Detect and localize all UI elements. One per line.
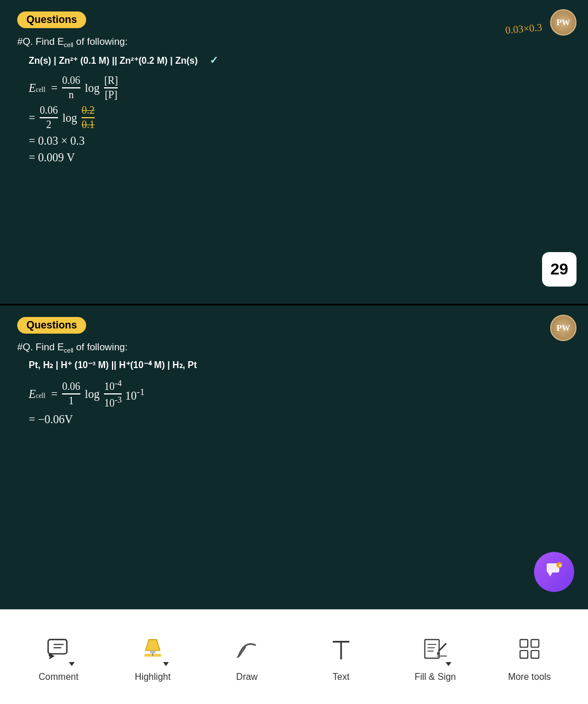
more-tools-tool[interactable]: More tools [482,632,577,682]
text-icon [327,635,355,663]
svg-rect-4 [48,640,67,654]
more-tools-icon-wrap [512,632,547,666]
math-line-1: E cell = 0.06 n log [R] [P] [29,75,571,101]
fill-sign-icon-wrap [418,632,452,666]
draw-label: Draw [236,672,257,682]
chat-fab-icon: ★ [544,560,564,584]
text-icon-wrap [324,632,358,666]
equation-2: Pt, H₂ | H⁺ (10⁻³ M) || H⁺(10⁻⁴ M) | H₂,… [29,359,571,370]
draw-tool[interactable]: Draw [200,632,294,682]
pw-logo-1: PW [550,9,577,36]
fill-sign-label: Fill & Sign [415,672,456,682]
questions-badge-2: Questions [17,317,86,334]
highlight-arrow [163,662,169,666]
fill-sign-tool[interactable]: Fill & Sign [388,632,482,682]
svg-rect-21 [520,651,528,658]
panel-2: Questions #Q. Find Ecell of following: P… [0,305,588,609]
math-content-1: E cell = 0.06 n log [R] [P] = 0.06 2 [29,75,571,164]
slide-number: 29 [542,252,577,287]
comment-icon-wrap [41,632,76,666]
bottom-toolbar: Comment Highlight [0,609,588,704]
text-label: Text [332,672,349,682]
comment-arrow [69,662,75,666]
math-content-2: E cell = 0.06 1 log 10-4 10-3 10-1 = −0.… [29,378,571,426]
equation-1: Zn(s) | Zn²⁺ (0.1 M) || Zn²⁺(0.2 M) | Zn… [29,54,571,67]
highlight-tool[interactable]: Highlight [106,632,200,682]
highlight-icon-wrap [136,632,170,666]
math-line-p2-2: = −0.06V [29,413,571,426]
more-tools-label: More tools [508,672,551,682]
math-line-p2-1: E cell = 0.06 1 log 10-4 10-3 10-1 [29,378,571,409]
svg-marker-1 [548,573,552,577]
text-tool[interactable]: Text [294,632,388,682]
draw-icon [233,635,261,663]
svg-rect-19 [520,640,528,647]
chat-fab-button[interactable]: ★ [534,552,574,592]
highlight-label: Highlight [135,672,171,682]
comment-tool[interactable]: Comment [11,632,106,682]
svg-text:★: ★ [558,563,562,567]
comment-icon [45,635,72,663]
math-line-2: = 0.06 2 log 0.2 0.1 [29,105,571,131]
question-text-2: #Q. Find Ecell of following: [17,342,571,354]
more-tools-icon [516,635,543,663]
fill-sign-icon [421,635,449,663]
fill-sign-arrow [446,662,451,666]
comment-label: Comment [38,672,78,682]
math-line-4: = 0.009 V [29,151,571,164]
panel-1: Questions #Q. Find Ecell of following: Z… [0,0,588,305]
question-text-1: #Q. Find Ecell of following: [17,36,571,48]
annotation-1: 0.03×0.3 [505,21,543,37]
svg-rect-14 [425,640,439,659]
svg-point-8 [49,653,52,657]
svg-rect-22 [531,651,539,658]
questions-badge-1: Questions [17,11,86,28]
draw-icon-wrap [230,632,264,666]
svg-rect-10 [150,651,156,653]
math-line-3: = 0.03 × 0.3 [29,134,571,148]
svg-rect-20 [531,640,539,647]
highlight-icon [139,635,167,663]
pw-logo-2: PW [550,315,577,341]
